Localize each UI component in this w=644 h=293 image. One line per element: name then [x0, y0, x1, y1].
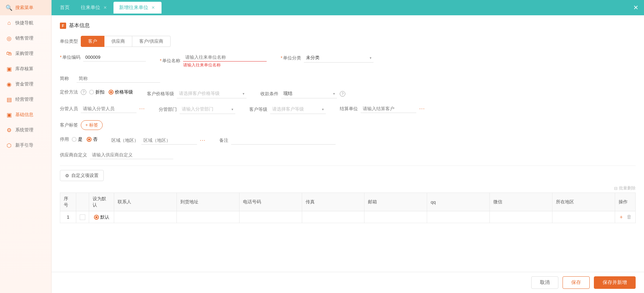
tab-home[interactable]: 首页: [54, 2, 75, 14]
pricing-help-icon[interactable]: ?: [81, 89, 86, 95]
unit-category-select[interactable]: 未分类 ▾: [304, 53, 374, 63]
row-qq[interactable]: [427, 211, 490, 223]
sidebar-item-purchase[interactable]: 🛍 采购管理: [0, 46, 51, 61]
disabled-field: 停用 是 否: [60, 136, 97, 143]
sidebar-item-search[interactable]: 🔍 搜索菜单: [0, 0, 51, 15]
cancel-button[interactable]: 取消: [531, 276, 558, 289]
tab-new-partner[interactable]: 新增往来单位 ✕: [113, 2, 162, 14]
table-region-input[interactable]: [556, 214, 611, 220]
window-close-button[interactable]: ✕: [630, 2, 641, 13]
email-input[interactable]: [368, 214, 423, 220]
customer-price-level-select[interactable]: 请选择客户价格等级 ▾: [177, 89, 246, 98]
short-name-row: 简称: [60, 74, 636, 83]
section-divider: [60, 165, 636, 166]
supplier-custom-field: 供应商自定义: [60, 151, 173, 159]
pricing-row: 定价方法 ? 折扣 价格等级 客户价格等级: [60, 89, 636, 98]
disabled-radio-yes[interactable]: 是: [72, 136, 83, 143]
type-btn-customer[interactable]: 客户: [81, 36, 104, 47]
batch-delete-label[interactable]: 批量删除: [619, 185, 636, 191]
sidebar-item-system-label: 系统管理: [15, 127, 33, 133]
finance-icon: ◉: [6, 81, 13, 88]
sidebar-item-system[interactable]: ⚙ 系统管理: [0, 122, 51, 138]
type-btn-supplier[interactable]: 供应商: [104, 36, 132, 47]
supervisor-label: 分管人员: [60, 106, 78, 112]
row-phone[interactable]: [239, 211, 302, 223]
sidebar: 🔍 搜索菜单 ⌂ 快捷导航 ◎ 销售管理 🛍 采购管理 ▣ 库存核算 ◉ 资金管…: [0, 0, 52, 293]
unit-category-chevron: ▾: [370, 56, 371, 60]
row-weixin[interactable]: [490, 211, 552, 223]
unit-name-label: *单位名称: [160, 58, 180, 64]
region-more-icon[interactable]: ···: [200, 137, 205, 144]
save-new-button[interactable]: 保存并新增: [594, 276, 636, 289]
sidebar-item-purchase-label: 采购管理: [15, 50, 33, 57]
sidebar-item-basic[interactable]: ▣ 基础信息: [0, 107, 51, 122]
sidebar-item-guide[interactable]: ⬡ 新手引导: [0, 138, 51, 153]
row-fax[interactable]: [302, 211, 364, 223]
unit-category-label: *单位分类: [281, 55, 301, 61]
sidebar-item-finance[interactable]: ◉ 资金管理: [0, 76, 51, 92]
contact-input[interactable]: [118, 214, 173, 220]
unit-name-input-wrapper: 请输入往来单位名称: [183, 53, 267, 68]
row-region[interactable]: [552, 211, 615, 223]
unit-code-input[interactable]: [83, 53, 146, 62]
unit-code-field: *单位编码: [60, 53, 146, 62]
payment-terms-select[interactable]: 现结 ▾: [281, 89, 337, 98]
add-tag-button[interactable]: + 标签: [81, 120, 103, 130]
sidebar-item-finance-label: 资金管理: [15, 81, 33, 87]
pricing-method-label: 定价方法: [60, 89, 78, 95]
unit-name-input[interactable]: [183, 53, 267, 62]
supervisor-input[interactable]: [81, 105, 136, 113]
pricing-radio-discount[interactable]: 折扣: [89, 89, 104, 95]
supervisor-more-icon[interactable]: ···: [139, 106, 145, 112]
row-no: 1: [60, 211, 76, 223]
footer-bar: 取消 保存 保存并新增: [52, 272, 644, 293]
row-address[interactable]: [176, 211, 239, 223]
disabled-radio-no[interactable]: 否: [87, 136, 97, 143]
region-input[interactable]: [141, 136, 197, 145]
sidebar-item-quick-nav[interactable]: ⌂ 快捷导航: [0, 15, 51, 31]
settlement-unit-more-icon[interactable]: ···: [419, 106, 425, 112]
customer-price-level-label: 客户价格等级: [147, 91, 174, 97]
type-btn-both[interactable]: 客户/供应商: [132, 36, 171, 47]
address-input[interactable]: [180, 214, 236, 220]
payment-terms-help-icon[interactable]: ?: [340, 91, 345, 97]
row-delete-button[interactable]: 🗑: [627, 214, 632, 220]
custom-settings-button[interactable]: ⚙ 自定义项设置: [60, 170, 104, 181]
short-name-input[interactable]: [77, 74, 160, 83]
row-add-button[interactable]: ＋: [619, 214, 624, 220]
dept-select[interactable]: 请输入分管部门 ▾: [180, 105, 235, 114]
purchase-icon: 🛍: [6, 50, 13, 57]
unit-code-name-row: *单位编码 *单位名称 请输入往来单位名称 *单位分类 未分类 ▾: [60, 53, 636, 68]
tab-partners[interactable]: 往来单位 ✕: [75, 2, 113, 14]
col-fax: 传真: [302, 193, 364, 211]
fax-input[interactable]: [306, 214, 361, 220]
customer-tag-row: 客户标签 + 标签: [60, 120, 636, 130]
weixin-input[interactable]: [493, 214, 549, 220]
qq-input[interactable]: [431, 214, 486, 220]
disabled-radio-yes-circle: [72, 137, 77, 142]
pricing-radio-level[interactable]: 价格等级: [109, 89, 133, 95]
sidebar-item-sales[interactable]: ◎ 销售管理: [0, 31, 51, 46]
tab-new-partner-close[interactable]: ✕: [150, 5, 156, 10]
region-field: 区域（地区） ···: [111, 136, 205, 145]
tab-partners-close[interactable]: ✕: [102, 5, 108, 10]
customer-level-select[interactable]: 请选择客户等级 ▾: [270, 105, 326, 114]
disabled-radio-yes-label: 是: [78, 136, 83, 143]
row-checkbox[interactable]: [80, 214, 85, 220]
save-button[interactable]: 保存: [563, 276, 590, 289]
inventory-icon: ▣: [6, 65, 13, 72]
sidebar-item-management[interactable]: ▤ 经营管理: [0, 92, 51, 107]
customer-price-level-chevron: ▾: [243, 92, 244, 96]
basic-icon: ▣: [6, 111, 13, 118]
row-checkbox-cell: [76, 211, 89, 223]
phone-input[interactable]: [243, 214, 298, 220]
unit-name-error: 请输入往来单位名称: [183, 62, 267, 68]
row-email[interactable]: [364, 211, 427, 223]
row-default-radio[interactable]: 默认: [93, 214, 110, 220]
pricing-radio-discount-circle: [89, 90, 94, 95]
settlement-unit-input[interactable]: [361, 105, 416, 113]
remark-input[interactable]: [231, 136, 336, 145]
supplier-custom-input[interactable]: [90, 151, 173, 159]
sidebar-item-inventory[interactable]: ▣ 库存核算: [0, 61, 51, 76]
row-contact[interactable]: [114, 211, 176, 223]
